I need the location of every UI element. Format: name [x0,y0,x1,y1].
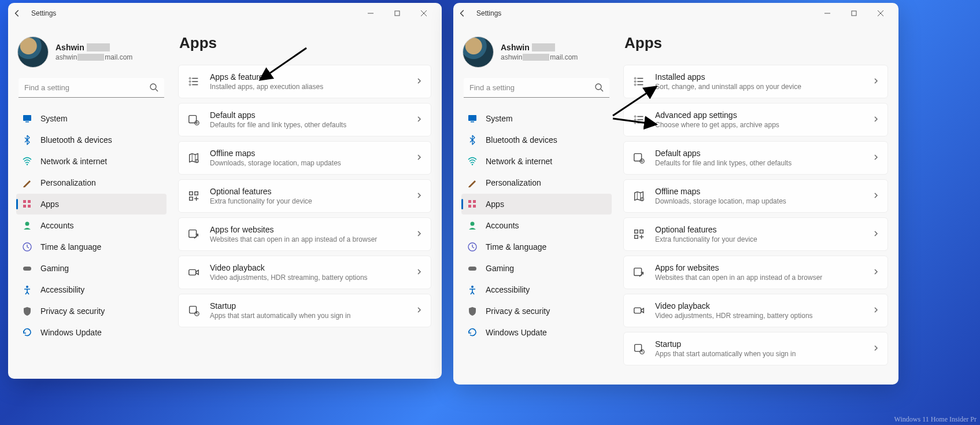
offline-maps-icon [187,151,201,165]
card-title: Video playback [655,301,863,311]
search-input[interactable] [19,78,164,98]
nav-item-network[interactable]: Network & internet [461,151,612,172]
card-title: Advanced app settings [655,110,863,120]
card-startup[interactable]: Startup Apps that start automatically wh… [623,332,888,365]
card-optional-features[interactable]: Optional features Extra functionality fo… [623,217,888,251]
optional-features-icon [632,227,646,241]
nav-label: Network & internet [40,157,107,166]
nav-item-accounts[interactable]: Accounts [16,215,167,236]
nav-item-time[interactable]: Time & language [16,236,167,257]
nav-item-personalization[interactable]: Personalization [16,172,167,193]
nav-item-time[interactable]: Time & language [461,236,612,257]
chevron-right-icon [872,153,879,163]
card-installed-apps[interactable]: Installed apps Sort, change, and uninsta… [623,65,888,98]
avatar [463,36,494,68]
nav-item-privacy[interactable]: Privacy & security [16,301,167,321]
nav-label: Time & language [40,242,101,252]
card-subtitle: Downloads, storage location, map updates [210,159,406,167]
nav-item-gaming[interactable]: Gaming [461,258,612,279]
close-button[interactable] [411,5,437,21]
settings-window-left: Settings Ashwin ashwinmail.com [8,3,442,379]
user-email: ashwinmail.com [56,53,132,61]
search-input[interactable] [464,78,609,98]
apps-websites-icon [187,227,201,241]
window-title: Settings [31,9,56,17]
nav-item-update[interactable]: Windows Update [16,322,167,343]
user-profile[interactable]: Ashwin ashwinmail.com [461,32,612,78]
update-icon [22,327,32,338]
nav-item-accounts[interactable]: Accounts [461,215,612,236]
maximize-button[interactable] [841,5,867,21]
chevron-right-icon [872,343,879,354]
card-title: Apps for websites [655,263,863,272]
card-title: Video playback [210,263,406,272]
nav-label: Gaming [40,264,69,273]
back-button[interactable] [13,9,22,18]
card-video-playback[interactable]: Video playback Video adjustments, HDR st… [623,294,888,327]
card-default-apps[interactable]: Default apps Defaults for file and link … [178,103,431,136]
card-title: Installed apps [655,72,863,82]
nav-item-system[interactable]: System [461,108,612,129]
apps-features-icon [187,75,201,88]
card-offline-maps[interactable]: Offline maps Downloads, storage location… [623,179,888,213]
minimize-button[interactable] [814,5,841,21]
video-playback-icon [187,265,201,279]
back-button[interactable] [458,9,467,18]
nav-item-personalization[interactable]: Personalization [461,172,612,193]
nav-item-update[interactable]: Windows Update [461,322,612,343]
nav-label: Accounts [40,221,74,230]
chevron-right-icon [416,229,423,239]
card-subtitle: Video adjustments, HDR streaming, batter… [210,274,406,282]
card-offline-maps[interactable]: Offline maps Downloads, storage location… [178,141,431,175]
nav-label: Apps [486,199,504,209]
close-button[interactable] [867,5,894,21]
maximize-button[interactable] [384,5,411,21]
nav-label: Personalization [486,178,541,187]
personalization-icon [467,178,478,188]
page-title: Apps [179,34,431,52]
nav-label: Personalization [40,178,96,187]
titlebar: Settings [453,3,898,21]
minimize-button[interactable] [357,5,384,21]
system-icon [467,113,478,124]
default-apps-icon [632,151,646,165]
page-title: Apps [624,34,888,52]
card-advanced-app-settings[interactable]: Advanced app settings Choose where to ge… [623,103,888,136]
card-startup[interactable]: Startup Apps that start automatically wh… [178,294,431,327]
nav-item-apps[interactable]: Apps [461,194,612,215]
card-optional-features[interactable]: Optional features Extra functionality fo… [178,179,431,213]
apps-websites-icon [632,265,646,279]
nav-item-bluetooth[interactable]: Bluetooth & devices [461,130,612,150]
nav-item-privacy[interactable]: Privacy & security [461,301,612,321]
card-default-apps[interactable]: Default apps Defaults for file and link … [623,141,888,175]
nav-item-bluetooth[interactable]: Bluetooth & devices [16,130,167,150]
chevron-right-icon [416,267,423,278]
apps-icon [22,199,32,209]
nav-item-system[interactable]: System [16,108,167,129]
window-controls [357,5,437,21]
installed-apps-icon [632,75,646,88]
nav-item-gaming[interactable]: Gaming [16,258,167,279]
nav-item-accessibility[interactable]: Accessibility [16,279,167,300]
chevron-right-icon [872,267,879,278]
offline-maps-icon [632,189,646,203]
card-apps-features[interactable]: Apps & features Installed apps, app exec… [178,65,431,98]
nav-item-network[interactable]: Network & internet [16,151,167,172]
default-apps-icon [187,113,201,127]
user-name: Ashwin [56,43,84,52]
nav-label: Gaming [486,264,514,273]
time-icon [467,242,478,252]
nav-item-apps[interactable]: Apps [16,194,167,215]
card-title: Offline maps [210,149,406,158]
card-list: Installed apps Sort, change, and uninsta… [623,65,888,365]
nav-item-accessibility[interactable]: Accessibility [461,279,612,300]
card-subtitle: Apps that start automatically when you s… [210,312,406,320]
card-subtitle: Websites that can open in an app instead… [655,274,863,282]
card-list: Apps & features Installed apps, app exec… [178,65,431,327]
card-apps-websites[interactable]: Apps for websites Websites that can open… [178,217,431,251]
card-apps-websites[interactable]: Apps for websites Websites that can open… [623,256,888,289]
user-profile[interactable]: Ashwin ashwinmail.com [16,32,167,78]
redacted-name [87,43,110,51]
card-video-playback[interactable]: Video playback Video adjustments, HDR st… [178,256,431,289]
bluetooth-icon [22,135,32,145]
